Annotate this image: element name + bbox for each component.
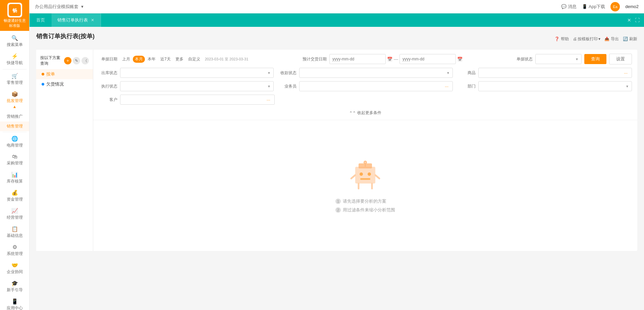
print-button[interactable]: 🖨 按模板打印 ▾ [573,36,600,42]
sidebar-item-enterprise[interactable]: 🤝 企业协同 [0,259,29,277]
scheme-action-buttons: ＋ ✎ 《 [64,57,89,64]
tab-close-icon[interactable]: ✕ [90,17,95,23]
scheme-edit-button[interactable]: ✎ [73,57,80,64]
sidebar-item-guide[interactable]: 🎓 新手引导 [0,277,29,296]
print-label: 按模板打印 [578,36,598,42]
payment-arrow: ▼ [446,71,450,75]
date-btn-this-year[interactable]: 本年 [146,56,158,63]
sidebar-item-search[interactable]: 🔍 搜索菜单 [0,32,29,50]
filter-row-3: 执行状态 ▼ 业务员 ··· [99,81,632,91]
breadcrumb-text: 办公用品行业模拟账套 [35,4,78,10]
purchase-icon: 🛍 [12,154,17,160]
app-download-button[interactable]: 📱 App下载 [582,4,605,10]
status-label: 单据状态 [514,56,533,62]
settings-button[interactable]: 设置 [609,54,632,64]
scheme-collapse-button[interactable]: 《 [82,57,89,64]
payment-select[interactable]: ▼ [299,68,453,78]
calendar-icon-2[interactable]: 📅 [457,57,463,62]
sidebar-purchase-label: 采购管理 [7,160,23,166]
tab-bar: 首页 销售订单执行表 ✕ ✕ ⛶ [30,13,644,27]
sidebar-item-marketing[interactable]: 营销推广 [0,112,29,121]
date-label: 单据日期 [99,56,117,62]
expected-date-input: 📅 — 📅 [329,54,463,64]
date-btn-7days[interactable]: 近7天 [158,56,173,63]
customer-input[interactable]: ··· [120,95,275,105]
sidebar-item-system[interactable]: ⚙ 系统管理 [0,241,29,259]
date-btn-this-month[interactable]: 本月 [133,56,145,63]
top-header: 办公用品行业模拟账套 ▾ 💬 消息 📱 App下载 Ea demo2 [30,0,644,13]
sidebar-logo[interactable]: 畅 畅捷通好生意 标准版 [0,0,29,31]
outbound-arrow: ▼ [267,71,271,75]
collapse-button[interactable]: ⌃⌃ 收起更多条件 [349,110,381,116]
sidebar-item-operations[interactable]: 📈 经营管理 [0,205,29,223]
calendar-icon-1[interactable]: 📅 [387,57,392,62]
user-avatar[interactable]: Ea [610,2,620,11]
refresh-label: 刷新 [629,36,637,42]
expected-date-start[interactable] [329,54,386,64]
sidebar-guide-label: 新手引导 [7,287,23,293]
status-select-wrapper: ▼ [535,54,582,64]
exec-status-select[interactable]: ▼ [120,81,274,91]
sidebar-item-finance[interactable]: 💰 资金管理 [0,187,29,205]
sidebar-item-inventory[interactable]: 📊 库存核算 [0,169,29,187]
message-button[interactable]: 💬 消息 [561,4,577,10]
sidebar-system-label: 系统管理 [7,251,23,257]
status-select[interactable]: ▼ [535,54,582,64]
date-separator: — [394,57,398,62]
sidebar-finance-label: 资金管理 [7,197,23,202]
page-title: 销售订单执行表(按单) [36,32,95,40]
top-header-actions: 💬 消息 📱 App下载 Ea demo2 [561,2,639,11]
date-btn-custom[interactable]: 自定义 [186,56,202,63]
outbound-select[interactable]: ▼ [120,68,274,78]
tab-home[interactable]: 首页 [30,13,52,27]
collapse-bar: ⌃⌃ 收起更多条件 [99,107,632,116]
refresh-button[interactable]: 🔄 刷新 [623,36,637,42]
customer-more-icon[interactable]: ··· [265,97,272,102]
avatar-text: Ea [613,5,618,9]
wholesale-icon: 📦 [11,91,18,97]
guide-icon: 🎓 [11,280,18,287]
filter-item-customer: 客户 ··· [99,95,275,105]
sidebar-item-quick-nav[interactable]: ⚡ 快捷导航 [0,50,29,68]
expected-date-end[interactable] [399,54,456,64]
sidebar-item-ecommerce[interactable]: 🌐 电商管理 [0,133,29,151]
sidebar-item-sales[interactable]: 销售管理 [0,121,29,131]
department-arrow: ▼ [626,85,629,88]
help-button[interactable]: ❓ 帮助 [554,36,569,42]
sidebar-search-label: 搜索菜单 [7,42,23,48]
product-input[interactable]: ··· [478,68,632,78]
tab-sales-order[interactable]: 销售订单执行表 ✕ [52,13,101,27]
filter-row-4: 客户 ··· [99,95,632,105]
filter-item-outbound: 出库状态 ▼ [99,68,274,78]
scheme-item-shortage[interactable]: 欠货情况 [36,79,93,89]
main-layout: 按以下方案查询 ＋ ✎ 《 按单 欠货情况 [36,50,637,251]
collapse-up-icon: ⌃⌃ [349,111,356,115]
export-button[interactable]: 📤 导出 [604,36,619,42]
status-arrow-icon: ▼ [575,57,579,61]
department-select[interactable]: ▼ [478,81,632,91]
customer-label: 客户 [99,97,117,103]
close-window-icon[interactable]: ✕ [627,17,632,23]
sidebar-item-wholesale[interactable]: 📦 批发管理 ▲ [0,88,29,112]
filter-item-product: 商品 ··· [457,68,632,78]
expand-window-icon[interactable]: ⛶ [635,17,640,23]
product-more-icon[interactable]: ··· [623,70,629,75]
sidebar-item-retail[interactable]: 🛒 零售管理 [0,70,29,88]
scheme-dot-blue [42,83,44,86]
date-btn-more[interactable]: 更多 [173,56,185,63]
scheme-item-by-order[interactable]: 按单 [36,69,93,79]
salesperson-more-icon[interactable]: ··· [443,84,450,89]
sidebar-apps-label: 应用中心 [7,305,23,310]
query-button[interactable]: 查询 [584,54,606,64]
svg-rect-6 [360,178,370,180]
sidebar-item-basic-info[interactable]: 📋 基础信息 [0,223,29,241]
date-btn-last-month[interactable]: 上月 [120,56,132,63]
scheme-add-button[interactable]: ＋ [64,57,71,64]
svg-point-4 [360,172,363,176]
breadcrumb-dropdown-icon[interactable]: ▾ [81,4,84,9]
salesperson-input[interactable]: ··· [299,81,453,91]
sidebar-item-apps[interactable]: 📱 应用中心 [0,296,29,310]
sidebar-item-purchase[interactable]: 🛍 采购管理 [0,151,29,169]
search-nav-icon: 🔍 [11,35,18,41]
export-label: 导出 [611,36,619,42]
